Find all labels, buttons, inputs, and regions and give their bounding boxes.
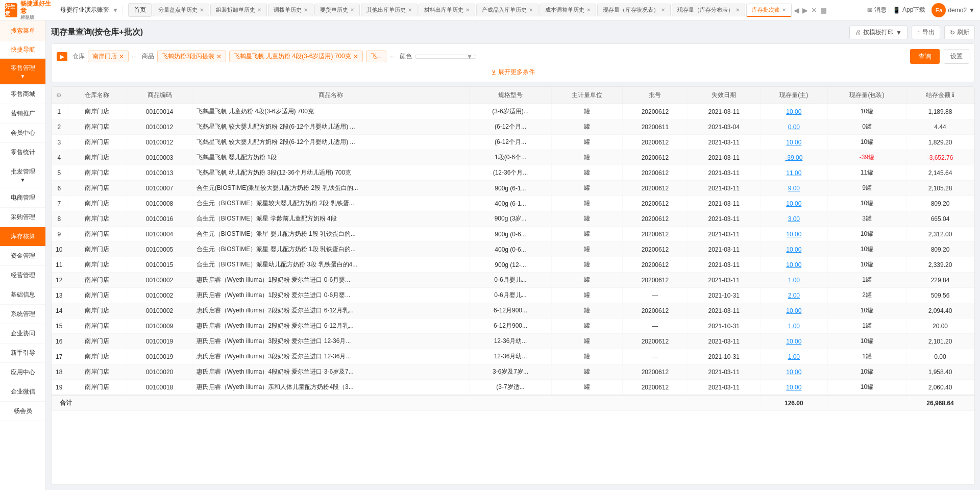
row-amount: 2,060.40 <box>906 380 974 396</box>
search-menu-btn[interactable]: 搜索菜单 <box>3 24 42 37</box>
tab-close[interactable]: ✕ <box>350 7 354 13</box>
sidebar-item-basic-info[interactable]: 基础信息 <box>0 285 45 305</box>
sidebar-item-member[interactable]: 会员中心 <box>0 124 45 143</box>
sidebar-item-enterprise[interactable]: 企业协同 <box>0 324 45 344</box>
tab-close[interactable]: ✕ <box>586 7 591 13</box>
row-warehouse: 南岸门店 <box>67 334 127 349</box>
row-unit: 罐 <box>551 150 623 165</box>
tab-close[interactable]: ✕ <box>304 7 308 13</box>
row-batch: 20200612 <box>623 135 688 150</box>
tab-home[interactable]: 首页 <box>128 3 152 17</box>
warehouse-tag-close[interactable]: ✕ <box>119 53 124 60</box>
query-btn[interactable]: 查询 <box>910 49 940 64</box>
sidebar-item-app-center[interactable]: 应用中心 <box>0 363 45 382</box>
row-amount: 1,958.40 <box>906 364 974 380</box>
tab-menu-btn[interactable]: ▦ <box>819 5 828 15</box>
warehouse-tag[interactable]: 南岸门店 ✕ <box>88 51 129 62</box>
row-batch: — <box>623 349 688 364</box>
content-area: 现存量查询(按仓库+批次) 🖨 按模板打印 ▼ ↑ 导出 ↻ 刷新 <box>46 20 980 490</box>
sidebar-item-ecommerce[interactable]: 电商管理 <box>0 188 45 208</box>
row-qty-pkg: 10罐 <box>827 104 906 119</box>
row-spec: 3-6岁及7岁... <box>470 364 551 380</box>
tab-close[interactable]: ✕ <box>529 7 533 13</box>
message-btn[interactable]: ✉ 消息 <box>867 6 887 14</box>
row-qty-pkg: 10罐 <box>827 380 906 396</box>
row-code: 00100005 <box>127 242 192 257</box>
row-warehouse: 南岸门店 <box>67 364 127 380</box>
product-tag-1-close[interactable]: ✕ <box>216 53 222 60</box>
sidebar-item-wecom[interactable]: 企业微信 <box>0 382 45 402</box>
row-warehouse: 南岸门店 <box>67 119 127 135</box>
tab-close-btn[interactable]: ✕ <box>810 5 818 15</box>
tab-stock-batch[interactable]: 库存批次账 ✕ <box>746 4 792 17</box>
sidebar-item-wholesale[interactable]: 批发管理 ▼ <box>0 162 45 188</box>
tab-other-out[interactable]: 其他出库单历史 ✕ <box>361 4 418 16</box>
tab-close[interactable]: ✕ <box>661 7 665 13</box>
sidebar-item-member2[interactable]: 畅会员 <box>0 402 45 421</box>
sidebar-item-guide[interactable]: 新手引导 <box>0 344 45 363</box>
row-spec: 900g (0-6... <box>470 227 551 242</box>
filter-expand-side-btn[interactable]: ▶ <box>57 52 67 61</box>
shortcut-nav-btn[interactable]: 快捷导航 <box>0 41 45 59</box>
expand-more-btn[interactable]: ⊻ 展开更多条件 <box>492 68 535 77</box>
row-unit: 罐 <box>551 165 623 181</box>
tab-close[interactable]: ✕ <box>408 7 412 13</box>
app-download-btn[interactable]: 📱 App下载 <box>893 6 925 14</box>
tab-fen-liang[interactable]: 分量盘点单历史 ✕ <box>153 4 209 16</box>
table-row: 16南岸门店00100019惠氏启睿（Wyeth illuma）3段奶粉 爱尔兰… <box>52 334 974 349</box>
settings-icon[interactable]: ⚙ <box>56 92 62 99</box>
product-tag-3[interactable]: 飞... <box>366 51 386 62</box>
sidebar-item-retail-mgmt[interactable]: 零售管理 ▼ <box>0 59 45 85</box>
row-code: 00100008 <box>127 196 192 211</box>
print-btn[interactable]: 🖨 按模板打印 ▼ <box>849 26 908 39</box>
tab-prev-btn[interactable]: ◀ <box>793 5 800 15</box>
tab-tiao-bo[interactable]: 调拨单历史 ✕ <box>268 4 313 16</box>
setting-btn[interactable]: 设置 <box>944 49 969 64</box>
refresh-btn[interactable]: ↻ 刷新 <box>944 26 975 39</box>
tab-zu-zhuang[interactable]: 组装拆卸单历史 ✕ <box>210 4 267 16</box>
tab-stock-dist[interactable]: 现存量（库存分布表） ✕ <box>672 4 745 16</box>
tab-material-out[interactable]: 材料出库单历史 ✕ <box>419 4 475 16</box>
row-expire: 2021-03-04 <box>688 119 760 135</box>
user-area[interactable]: Ea demo2 ▼ <box>932 3 975 17</box>
tab-close[interactable]: ✕ <box>736 7 740 13</box>
warehouse-dots[interactable]: ··· <box>132 53 137 60</box>
row-qty-main: 1.00 <box>760 349 827 364</box>
sidebar-item-inventory[interactable]: 库存核算 <box>0 227 45 247</box>
tab-cost-adjust[interactable]: 成本调整单历史 ✕ <box>540 4 596 16</box>
account-selector[interactable]: 母婴行业演示账套 ▼ <box>56 6 123 14</box>
sidebar-item-operations[interactable]: 经营管理 <box>0 266 45 285</box>
sidebar-item-retail-mall[interactable]: 零售商城 <box>0 85 45 104</box>
color-input[interactable]: ▼ <box>415 55 476 59</box>
sidebar-item-retail-stats[interactable]: 零售统计 <box>0 143 45 162</box>
row-qty-main: 10.00 <box>760 364 827 380</box>
row-num: 8 <box>52 211 67 227</box>
product-tag-1[interactable]: 飞鹤奶粉3段丙提装 ✕ <box>157 51 226 62</box>
row-expire: 2021-03-11 <box>688 135 760 150</box>
tab-yao-huo[interactable]: 要货单历史 ✕ <box>314 4 360 16</box>
tab-next-btn[interactable]: ▶ <box>801 5 809 15</box>
product-tag-2-close[interactable]: ✕ <box>353 53 358 60</box>
row-unit: 罐 <box>551 380 623 396</box>
tab-close[interactable]: ✕ <box>200 7 204 13</box>
row-batch: 20200611 <box>623 119 688 135</box>
row-warehouse: 南岸门店 <box>67 318 127 334</box>
row-num: 17 <box>52 349 67 364</box>
sidebar-item-system[interactable]: 系统管理 <box>0 305 45 324</box>
sidebar-item-finance[interactable]: 资金管理 <box>0 247 45 266</box>
product-tag-2[interactable]: 飞鹤星飞帆 儿童奶粉 4段(3-6岁适用) 700克 ✕ <box>229 51 363 62</box>
row-name: 惠氏启睿（Wyeth illuma）3段奶粉 爱尔兰进口 12-36月... <box>192 334 470 349</box>
sidebar-item-purchase[interactable]: 采购管理 <box>0 208 45 227</box>
tab-close[interactable]: ✕ <box>782 7 786 13</box>
tab-close[interactable]: ✕ <box>257 7 261 13</box>
sidebar-item-marketing[interactable]: 营销推广 <box>0 104 45 124</box>
export-btn[interactable]: ↑ 导出 <box>912 26 940 39</box>
product-dots[interactable]: ··· <box>389 53 395 60</box>
col-settings-header[interactable]: ⚙ <box>52 87 67 104</box>
tab-close[interactable]: ✕ <box>465 7 470 13</box>
tab-product-in[interactable]: 产成品入库单历史 ✕ <box>476 4 538 16</box>
row-batch: — <box>623 318 688 334</box>
row-batch: — <box>623 288 688 303</box>
tab-stock-status[interactable]: 现存量（库存状况表） ✕ <box>597 4 671 16</box>
row-num: 3 <box>52 135 67 150</box>
